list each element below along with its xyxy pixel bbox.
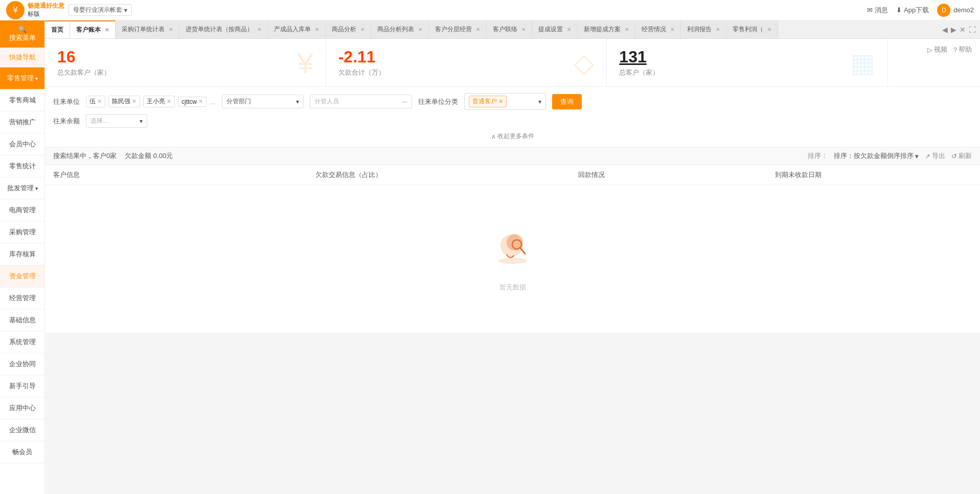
account-selector[interactable]: 母婴行业演示帐套 ▾ bbox=[69, 4, 132, 16]
tab-close-operations[interactable]: ✕ bbox=[670, 27, 674, 32]
video-label: 视频 bbox=[934, 45, 947, 54]
sidebar-item-vip-member[interactable]: 畅会员 bbox=[0, 441, 44, 463]
tab-promotion-settings[interactable]: 提成设置 ✕ bbox=[532, 20, 578, 39]
unit-category-tag-close[interactable]: ✕ bbox=[498, 98, 503, 105]
unit-tag-1-close[interactable]: ✕ bbox=[97, 98, 102, 105]
sidebar-item-app-center[interactable]: 应用中心 bbox=[0, 397, 44, 419]
refresh-btn[interactable]: ↺ 刷新 bbox=[951, 151, 972, 161]
video-btn[interactable]: ▷ 视频 bbox=[927, 45, 947, 54]
tab-customer-account-label: 客户账本 bbox=[76, 26, 101, 34]
table-header: 客户信息 欠款交易信息（占比） 回款情况 到期未收款日期 bbox=[45, 165, 980, 185]
tab-close-promotion-settings[interactable]: ✕ bbox=[567, 27, 571, 32]
sort-select-label: 排序：按欠款金额倒序排序 bbox=[834, 151, 914, 161]
tab-expand-icon[interactable]: ⛶ bbox=[969, 26, 976, 34]
tab-customer-layer[interactable]: 客户分层经营 ✕ bbox=[429, 20, 487, 39]
sidebar-operations-label: 经营管理 bbox=[9, 294, 36, 302]
unit-tags-more[interactable]: ... bbox=[210, 98, 216, 106]
sidebar-item-wholesale[interactable]: 批发管理 ▾ bbox=[0, 177, 44, 199]
sidebar-item-ecommerce[interactable]: 电商管理 bbox=[0, 199, 44, 221]
stat-label-total-customers: 总客户（家） bbox=[619, 68, 659, 77]
logo-main-text: 畅捷通好生意 bbox=[28, 2, 64, 10]
sidebar-item-member[interactable]: 会员中心 bbox=[0, 133, 44, 155]
sidebar-item-retail[interactable]: 零售管理 ▾ bbox=[0, 68, 44, 89]
tab-new-promotion[interactable]: 新增提成方案 ✕ bbox=[578, 20, 635, 39]
sidebar-item-purchase[interactable]: 采购管理 bbox=[0, 221, 44, 243]
tab-customer-contact[interactable]: 客户联络 ✕ bbox=[487, 20, 532, 39]
tab-close-all-icon[interactable]: ✕ bbox=[960, 26, 966, 34]
export-btn[interactable]: ↗ 导出 bbox=[925, 151, 945, 161]
tab-promotion-settings-label: 提成设置 bbox=[538, 25, 563, 34]
tab-profit-report[interactable]: 利润报告 ✕ bbox=[681, 20, 726, 39]
sidebar-item-marketing[interactable]: 营销推广 bbox=[0, 111, 44, 133]
app-download-btn[interactable]: ⬇ App下载 bbox=[896, 6, 929, 15]
balance-filter-select[interactable]: 选择... ▾ bbox=[86, 114, 147, 128]
tab-customer-account[interactable]: 客户账本 ✕ bbox=[70, 20, 116, 39]
query-button[interactable]: 查询 bbox=[552, 94, 582, 109]
sidebar-item-enterprise-collab[interactable]: 企业协同 bbox=[0, 353, 44, 375]
tab-retail-profit[interactable]: 零售利润（ ✕ bbox=[726, 20, 778, 39]
svg-point-0 bbox=[498, 258, 527, 264]
tab-close-product-analysis-list[interactable]: ✕ bbox=[418, 27, 422, 32]
stat-icon-customers: ¥ bbox=[298, 46, 313, 79]
app-download-label: App下载 bbox=[904, 6, 929, 15]
sidebar-item-finance[interactable]: 资金管理 bbox=[0, 265, 44, 287]
tab-purchase-order[interactable]: 采购订单统计表 ✕ bbox=[116, 20, 179, 39]
filter-row-1: 往来单位 伍 ✕ 陈民强 ✕ 王小亮 ✕ bbox=[53, 93, 972, 110]
unit-tag-4-close[interactable]: ✕ bbox=[198, 98, 203, 105]
sidebar-item-operations-mgmt[interactable]: 经营管理 bbox=[0, 287, 44, 309]
export-icon: ↗ bbox=[925, 152, 930, 160]
tab-close-purchase-stats[interactable]: ✕ bbox=[257, 27, 261, 32]
messages-btn[interactable]: ✉ 消息 bbox=[867, 6, 888, 15]
balance-dropdown-icon: ▾ bbox=[140, 118, 143, 125]
tab-close-customer-account[interactable]: ✕ bbox=[105, 27, 109, 33]
refresh-label: 刷新 bbox=[959, 151, 972, 161]
sidebar-item-new-guide[interactable]: 新手引导 bbox=[0, 375, 44, 397]
user-info[interactable]: D demo2 bbox=[937, 4, 974, 17]
tab-operations[interactable]: 经营情况 ✕ bbox=[635, 20, 681, 39]
tab-home[interactable]: 首页 bbox=[45, 20, 70, 39]
sidebar-item-quick-nav[interactable]: 快捷导航 bbox=[0, 48, 44, 68]
sidebar-member-label: 会员中心 bbox=[9, 140, 36, 148]
tab-produce-instock[interactable]: 产成品入库单 ✕ bbox=[268, 20, 326, 39]
help-icon: ? bbox=[953, 46, 957, 54]
tab-close-new-promotion[interactable]: ✕ bbox=[625, 27, 629, 32]
tab-close-customer-layer[interactable]: ✕ bbox=[476, 27, 480, 32]
unit-tag-4-label: cjttcw bbox=[181, 98, 197, 105]
user-avatar: D bbox=[937, 4, 950, 17]
sidebar-item-inventory[interactable]: 库存核算 bbox=[0, 243, 44, 265]
tab-prev-icon[interactable]: ◀ bbox=[942, 26, 948, 34]
tab-purchase-stats[interactable]: 进货单统计表（按商品） ✕ bbox=[179, 20, 268, 39]
tab-close-customer-contact[interactable]: ✕ bbox=[521, 27, 526, 32]
collapse-btn[interactable]: ∧ 收起更多条件 bbox=[53, 132, 972, 141]
stat-icon-amount: ◇ bbox=[574, 48, 594, 78]
sidebar-search-label: 搜索菜单 bbox=[2, 33, 42, 42]
help-btn[interactable]: ? 帮助 bbox=[953, 45, 972, 54]
tab-home-label: 首页 bbox=[51, 26, 63, 34]
tab-close-produce-instock[interactable]: ✕ bbox=[315, 27, 319, 32]
logo-area: ¥ 畅捷通好生意 标版 bbox=[6, 1, 64, 19]
sidebar-item-enterprise-wechat[interactable]: 企业微信 bbox=[0, 419, 44, 441]
sidebar-item-retail-mall[interactable]: 零售商城 bbox=[0, 89, 44, 111]
sidebar-item-retail-stats[interactable]: 零售统计 bbox=[0, 155, 44, 177]
sidebar-item-search[interactable]: 🔍 搜索菜单 bbox=[0, 20, 44, 48]
tab-next-icon[interactable]: ▶ bbox=[951, 26, 956, 34]
top-bar-right: ✉ 消息 ⬇ App下载 D demo2 bbox=[867, 4, 974, 17]
chevron-down-icon: ▾ bbox=[124, 7, 127, 14]
dept-filter-select[interactable]: 分管部门 ▾ bbox=[222, 95, 304, 108]
video-icon: ▷ bbox=[927, 46, 932, 54]
tab-close-product-analysis[interactable]: ✕ bbox=[360, 27, 364, 32]
sort-select[interactable]: 排序：按欠款金额倒序排序 ▾ bbox=[834, 151, 919, 161]
top-bar: ¥ 畅捷通好生意 标版 母婴行业演示帐套 ▾ ✉ 消息 ⬇ App下载 D de… bbox=[0, 0, 980, 20]
sidebar-item-system[interactable]: 系统管理 bbox=[0, 331, 44, 353]
tab-product-analysis[interactable]: 商品分析 ✕ bbox=[326, 20, 371, 39]
tab-customer-layer-label: 客户分层经营 bbox=[435, 25, 472, 34]
tab-close-retail-profit[interactable]: ✕ bbox=[767, 27, 771, 32]
unit-category-filter[interactable]: 普通客户 ✕ ▾ bbox=[464, 93, 546, 110]
unit-tag-2-close[interactable]: ✕ bbox=[132, 98, 136, 105]
person-filter-input[interactable]: 分管人员 ··· bbox=[310, 95, 412, 108]
sidebar-item-basic-info[interactable]: 基础信息 bbox=[0, 309, 44, 331]
tab-close-purchase-order[interactable]: ✕ bbox=[169, 27, 173, 32]
tab-close-profit-report[interactable]: ✕ bbox=[716, 27, 720, 32]
unit-tag-3-close[interactable]: ✕ bbox=[167, 98, 171, 105]
tab-product-analysis-list[interactable]: 商品分析列表 ✕ bbox=[371, 20, 429, 39]
